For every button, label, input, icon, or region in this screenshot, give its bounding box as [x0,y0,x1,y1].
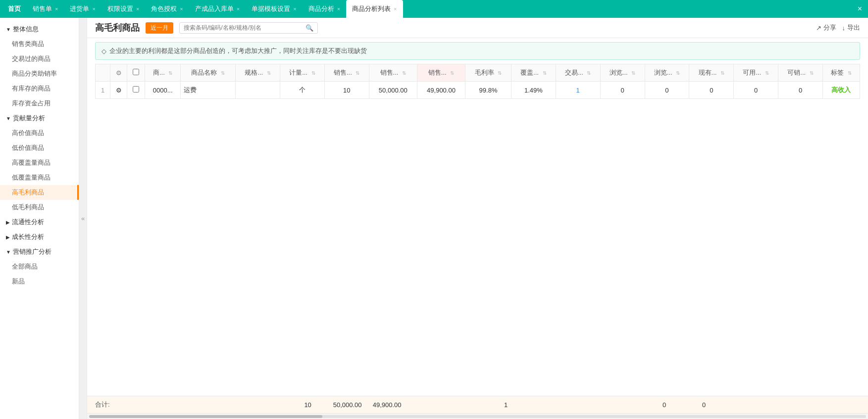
sidebar-item-high-value[interactable]: 高价值商品 [0,126,79,140]
footer-totals: 合计: 10 50,000.00 49,900.00 1 0 0 [87,396,868,413]
sidebar-item-all-goods[interactable]: 全部商品 [0,259,79,274]
sidebar-group-overall[interactable]: ▼ 整体信息 [0,22,79,37]
nav-tab-inbound[interactable]: 产成品入库单 × [189,0,246,18]
sidebar-item-category-rate[interactable]: 商品分类助销率 [0,66,79,81]
sidebar-item-high-coverage[interactable]: 高覆盖量商品 [0,155,79,170]
col-browse2[interactable]: 浏览... ⇅ [645,64,689,82]
col-sales-amount[interactable]: 销售... ⇅ [369,64,417,82]
row-transaction[interactable]: 1 [556,82,600,99]
sidebar-item-in-stock[interactable]: 有库存的商品 [0,81,79,96]
row-sellable: 0 [778,82,823,99]
col-sales-qty[interactable]: 销售... ⇅ [324,64,369,82]
row-current-stock: 0 [689,82,734,99]
col-checkbox[interactable] [127,64,145,82]
sidebar-item-low-value[interactable]: 低价值商品 [0,140,79,155]
close-icon[interactable]: × [293,6,296,12]
sort-icon: ⇅ [848,70,852,76]
col-available[interactable]: 可用... ⇅ [734,64,778,82]
close-icon[interactable]: × [394,6,397,12]
sidebar-item-sales-goods[interactable]: 销售类商品 [0,37,79,51]
row-browse2: 0 [645,82,689,99]
sidebar-item-new-goods[interactable]: 新品 [0,274,79,289]
table-row: 1 ⚙ 0000... 运费 个 10 50,000.00 49,900.00 … [96,82,860,99]
close-icon[interactable]: × [92,6,95,12]
footer-margin [407,401,447,409]
nav-tab-sales[interactable]: 销售单 × [27,0,64,18]
search-box[interactable]: 🔍 [179,22,318,34]
sort-icon: ⇅ [356,70,359,76]
close-icon[interactable]: × [180,6,183,12]
col-spec[interactable]: 规格... ⇅ [236,64,280,82]
sidebar-group-liquidity[interactable]: ▶ 流通性分析 [0,215,79,230]
sidebar-group-growth[interactable]: ▶ 成长性分析 [0,230,79,244]
nav-tab-analysis[interactable]: 商品分析 × [303,0,346,18]
sort-icon: ⇅ [168,70,172,76]
row-settings[interactable]: ⚙ [110,82,127,99]
content-header: 高毛利商品 近一月 🔍 ↗ 分享 ↓ 导出 [87,18,868,38]
col-code[interactable]: 商... ⇅ [145,64,181,82]
col-sales-profit[interactable]: 销售... ⇅ [417,64,465,82]
row-number: 1 [96,82,110,99]
col-name[interactable]: 商品名称 ⇅ [181,64,236,82]
settings-icon: ⚙ [116,87,122,94]
search-input[interactable] [184,24,306,31]
col-tag[interactable]: 标签 ⇅ [822,64,860,82]
sidebar-group-marketing[interactable]: ▼ 营销推广分析 [0,244,79,259]
transaction-link[interactable]: 1 [576,87,580,94]
row-gross-margin: 99.8% [465,82,511,99]
close-icon[interactable]: × [136,6,139,12]
footer-coverage [447,401,486,409]
footer-sellable: 0 [684,401,724,409]
sidebar: ▼ 整体信息 销售类商品 交易过的商品 商品分类助销率 有库存的商品 库存资金占… [0,18,79,419]
nav-tab-analysis-list[interactable]: 商品分析列表 × [346,0,403,18]
close-icon[interactable]: × [55,6,58,12]
col-coverage[interactable]: 覆盖... ⇅ [511,64,556,82]
arrow-down-icon: ▼ [6,27,11,32]
scroll-track[interactable] [89,415,866,418]
footer-label: 合计: [95,400,110,409]
row-sales-amount: 50,000.00 [369,82,417,99]
footer-transaction: 1 [486,401,526,409]
sort-icon: ⇅ [810,70,814,76]
nav-tab-purchase[interactable]: 进货单 × [64,0,101,18]
share-button[interactable]: ↗ 分享 [816,23,836,32]
col-unit[interactable]: 计量... ⇅ [280,64,324,82]
sidebar-toggle-button[interactable]: « [79,18,87,419]
sidebar-item-traded-goods[interactable]: 交易过的商品 [0,51,79,66]
close-icon[interactable]: × [237,6,240,12]
col-current-stock[interactable]: 现有... ⇅ [689,64,734,82]
sidebar-item-low-margin[interactable]: 低毛利商品 [0,200,79,215]
nav-tab-home[interactable]: 首页 [2,0,27,18]
nav-tab-role[interactable]: 角色授权 × [145,0,189,18]
col-settings[interactable]: ⚙ [110,64,127,82]
header-actions: ↗ 分享 ↓ 导出 [816,23,861,32]
sidebar-item-high-margin[interactable]: 高毛利商品 [0,185,79,200]
sidebar-item-low-coverage[interactable]: 低覆盖量商品 [0,170,79,185]
window-close-button[interactable]: × [854,2,866,15]
filter-period-button[interactable]: 近一月 [146,22,173,34]
page-title: 高毛利商品 [95,22,140,34]
close-icon[interactable]: × [337,6,340,12]
col-num [96,64,110,82]
select-all-checkbox[interactable] [133,69,139,75]
footer-browse2 [565,401,605,409]
sidebar-item-stock-capital[interactable]: 库存资金占用 [0,96,79,111]
col-browse1[interactable]: 浏览... ⇅ [600,64,645,82]
row-select-checkbox[interactable] [133,86,139,93]
row-browse1: 0 [600,82,645,99]
nav-tab-permission[interactable]: 权限设置 × [102,0,145,18]
row-checkbox[interactable] [127,82,145,99]
col-gross-margin[interactable]: 毛利率 ⇅ [465,64,511,82]
export-icon: ↓ [842,24,846,32]
export-button[interactable]: ↓ 导出 [842,23,861,32]
scroll-thumb[interactable] [89,415,322,418]
col-transaction[interactable]: 交易... ⇅ [556,64,600,82]
row-name: 运费 [181,82,236,99]
col-sellable[interactable]: 可销... ⇅ [778,64,823,82]
row-spec [236,82,280,99]
horizontal-scrollbar[interactable] [87,413,868,419]
nav-tab-template[interactable]: 单据模板设置 × [246,0,302,18]
sidebar-group-contribution[interactable]: ▼ 贡献量分析 [0,111,79,126]
collapse-icon: « [81,215,85,222]
search-icon[interactable]: 🔍 [306,24,313,32]
